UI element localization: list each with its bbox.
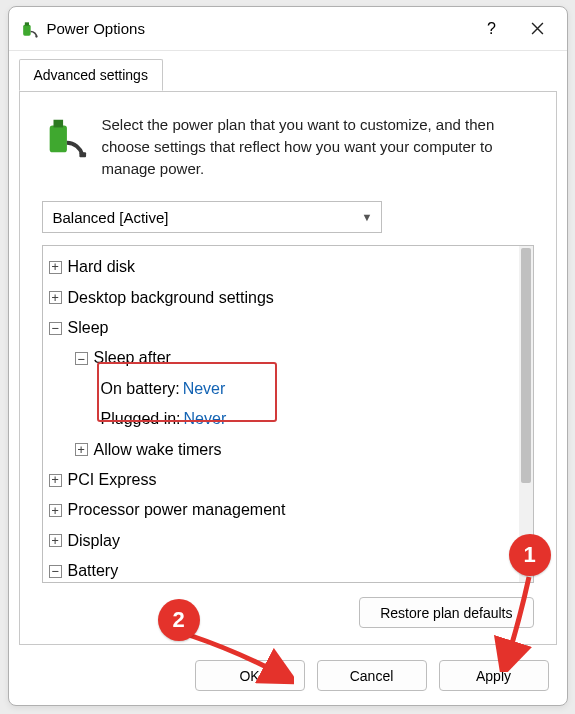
expand-icon[interactable]: +	[49, 504, 62, 517]
scroll-thumb[interactable]	[521, 248, 531, 483]
expand-icon[interactable]: +	[49, 534, 62, 547]
expand-icon[interactable]: +	[49, 474, 62, 487]
plan-select-value: Balanced [Active]	[53, 209, 169, 226]
tree-scrollbar[interactable]	[519, 246, 533, 582]
titlebar: Power Options ?	[9, 7, 567, 51]
plugged-in-value[interactable]: Never	[184, 404, 227, 434]
power-options-window: Power Options ? Advanced settings Select…	[8, 6, 568, 706]
power-plan-icon	[19, 19, 39, 39]
expand-icon[interactable]: +	[49, 261, 62, 274]
close-button[interactable]	[515, 12, 561, 46]
collapse-icon[interactable]: −	[49, 565, 62, 578]
cancel-button[interactable]: Cancel	[317, 660, 427, 691]
panel-footer: Restore plan defaults	[42, 597, 534, 628]
chevron-down-icon: ▼	[362, 211, 373, 223]
restore-defaults-button[interactable]: Restore plan defaults	[359, 597, 533, 628]
tree-item-desktop-bg[interactable]: +Desktop background settings	[49, 283, 519, 313]
help-button[interactable]: ?	[469, 12, 515, 46]
power-plan-large-icon	[42, 114, 88, 179]
dialog-buttons: OK Cancel Apply	[195, 660, 549, 691]
tree-item-battery[interactable]: −Battery	[49, 556, 519, 582]
apply-button[interactable]: Apply	[439, 660, 549, 691]
svg-point-2	[35, 35, 37, 37]
tree-item-allow-wake[interactable]: +Allow wake timers	[49, 435, 519, 465]
svg-rect-0	[23, 24, 31, 35]
advanced-panel: Select the power plan that you want to c…	[19, 91, 557, 645]
tree-item-on-battery[interactable]: On battery:Never	[49, 374, 519, 404]
collapse-icon[interactable]: −	[49, 322, 62, 335]
tab-advanced-settings[interactable]: Advanced settings	[19, 59, 163, 91]
annotation-badge-1: 1	[509, 534, 551, 576]
expand-icon[interactable]: +	[75, 443, 88, 456]
tree-content[interactable]: +Hard disk +Desktop background settings …	[43, 246, 519, 582]
svg-rect-1	[24, 22, 28, 25]
plan-select[interactable]: Balanced [Active] ▼	[42, 201, 382, 233]
tree-item-hard-disk[interactable]: +Hard disk	[49, 252, 519, 282]
tree-item-pci-express[interactable]: +PCI Express	[49, 465, 519, 495]
collapse-icon[interactable]: −	[75, 352, 88, 365]
on-battery-value[interactable]: Never	[183, 374, 226, 404]
expand-icon[interactable]: +	[49, 291, 62, 304]
dialog-body: Advanced settings Select the power plan …	[9, 51, 567, 705]
svg-rect-5	[79, 152, 86, 157]
svg-rect-3	[49, 126, 66, 153]
window-title: Power Options	[47, 20, 145, 37]
tree-item-proc-power[interactable]: +Processor power management	[49, 495, 519, 525]
ok-button[interactable]: OK	[195, 660, 305, 691]
svg-rect-4	[53, 120, 63, 128]
tree-item-display[interactable]: +Display	[49, 526, 519, 556]
intro-text: Select the power plan that you want to c…	[102, 114, 534, 179]
settings-tree: +Hard disk +Desktop background settings …	[42, 245, 534, 583]
tree-item-plugged-in[interactable]: Plugged in:Never	[49, 404, 519, 434]
tree-item-sleep[interactable]: −Sleep	[49, 313, 519, 343]
tree-item-sleep-after[interactable]: −Sleep after	[49, 343, 519, 373]
annotation-badge-2: 2	[158, 599, 200, 641]
intro-row: Select the power plan that you want to c…	[42, 114, 534, 179]
tab-advanced-label: Advanced settings	[34, 67, 148, 83]
